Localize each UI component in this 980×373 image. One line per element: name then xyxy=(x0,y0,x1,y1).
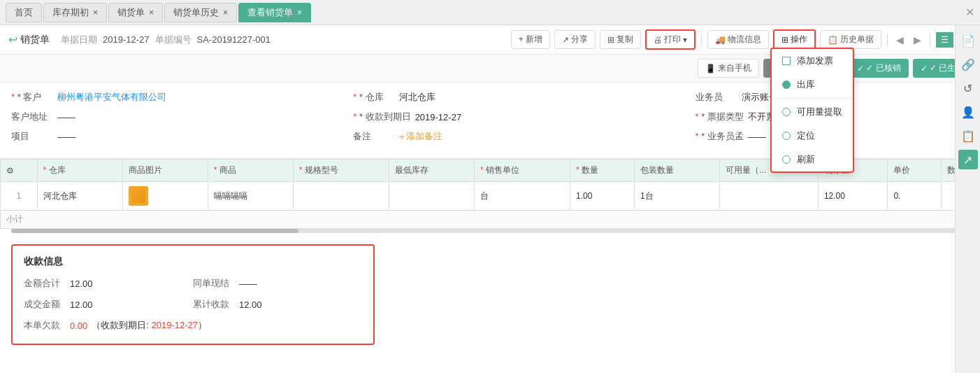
dropdown-locate[interactable]: 定位 xyxy=(772,124,853,148)
th-pack-qty: 包装数量 xyxy=(635,160,720,182)
warehouse-field: * 仓库 河北仓库 xyxy=(353,91,695,104)
tab-sales-order[interactable]: 销货单 × xyxy=(108,3,163,22)
separator-2 xyxy=(887,33,888,47)
summary-title: 收款信息 xyxy=(24,255,362,268)
row-product: 嗝嗝嗝嗝 xyxy=(208,182,293,211)
scrollbar-thumb[interactable] xyxy=(11,229,298,233)
tab-inventory-init-close[interactable]: × xyxy=(93,8,98,17)
print-dropdown-arrow: ▾ xyxy=(683,35,687,45)
th-image: 商品图片 xyxy=(122,160,208,182)
sidebar-link-icon[interactable]: 🔗 xyxy=(958,55,978,74)
sidebar-refresh-icon[interactable]: ↺ xyxy=(958,78,978,98)
row-warehouse: 河北仓库 xyxy=(37,182,122,211)
locate-icon xyxy=(781,131,791,141)
tab-home[interactable]: 首页 xyxy=(6,3,42,22)
history-button[interactable]: 📋 历史单据 xyxy=(820,30,881,49)
salesperson2-label: * 业务员孟 xyxy=(696,130,744,143)
doc-actions: + 新增 ↗ 分享 ⊞ 复制 🖨 打印 ▾ 🚚 物流信息 ⊞ 操作 xyxy=(511,29,972,50)
effect-icon: ✓ xyxy=(921,64,928,73)
separator-1 xyxy=(701,33,702,47)
row-num: 1 xyxy=(1,182,38,211)
row-min-stock xyxy=(389,182,474,211)
row-image xyxy=(122,182,208,211)
customer-value[interactable]: 柳州粤港平安气体有限公司 xyxy=(57,91,166,104)
logistics-icon: 🚚 xyxy=(715,35,726,45)
tab-sales-history[interactable]: 销货单历史 × xyxy=(164,3,237,22)
th-price: 单价 xyxy=(888,160,942,182)
doc-number-value: SA-20191227-001 xyxy=(197,34,271,45)
sidebar-list-icon[interactable]: 📋 xyxy=(958,126,978,146)
cancel-operations-btn[interactable]: ✓ ✓ 已核销 xyxy=(849,59,908,78)
add-note-btn[interactable]: 添加备注 xyxy=(399,130,442,143)
customer-label: * 客户 xyxy=(11,91,53,104)
tab-bar: 首页 库存期初 × 销货单 × 销货单历史 × 查看销货单 × ✕ xyxy=(0,0,980,25)
doc-date-label: 单据日期 xyxy=(61,34,97,46)
doc-number-label: 单据编号 xyxy=(155,34,192,46)
row-unit: 台 xyxy=(474,182,570,211)
sidebar-user-icon[interactable]: 👤 xyxy=(958,102,978,122)
tab-sales-order-close[interactable]: × xyxy=(149,8,154,17)
warehouse-value: 河北仓库 xyxy=(399,91,435,104)
tab-inventory-init[interactable]: 库存期初 × xyxy=(43,3,107,22)
project-label: 项目 xyxy=(11,130,53,143)
sidebar-doc-icon[interactable]: 📄 xyxy=(958,31,978,50)
copy-button[interactable]: ⊞ 复制 xyxy=(600,30,641,49)
doc-title: ↩ 销货单 xyxy=(8,33,50,46)
window-close-btn[interactable]: ✕ xyxy=(965,6,974,19)
tab-view-sales[interactable]: 查看销货单 × xyxy=(238,3,311,22)
transaction-label: 成交金额 xyxy=(24,298,66,311)
doc-title-icon: ↩ xyxy=(8,33,17,46)
dropdown-add-invoice[interactable]: 添加发票 xyxy=(772,49,853,73)
doc-meta: 单据日期 2019-12-27 单据编号 SA-20191227-001 xyxy=(61,34,271,46)
row-price: 0. xyxy=(888,182,942,211)
summary-cumulative-payment: 累计收款 12.00 xyxy=(193,296,362,313)
due-date-link[interactable]: 2019-12-27 xyxy=(152,320,199,330)
add-invoice-icon xyxy=(781,56,791,66)
th-settings[interactable]: ⚙ xyxy=(1,160,38,182)
total-amount-value: 12.00 xyxy=(70,279,93,289)
summary-transaction-amount: 成交金额 12.00 xyxy=(24,296,193,313)
refresh-icon xyxy=(781,155,791,164)
logistics-button[interactable]: 🚚 物流信息 xyxy=(707,30,769,49)
th-min-stock: 最低库存 xyxy=(389,160,474,182)
settlement-label: 同单现结 xyxy=(193,277,235,290)
th-qty: * 数量 xyxy=(570,160,634,182)
operations-icon: ⊞ xyxy=(781,35,788,45)
doc-date-value: 2019-12-27 xyxy=(103,34,150,45)
next-record-btn[interactable]: ▶ xyxy=(911,33,924,47)
ticket-type-label: * 票据类型 xyxy=(696,111,744,123)
settlement-value: —— xyxy=(239,279,257,289)
salesperson-label: 业务员 xyxy=(696,91,737,104)
th-spec: * 规格型号 xyxy=(293,160,389,182)
from-mobile-btn[interactable]: 📱 来自手机 xyxy=(698,59,759,78)
share-button[interactable]: ↗ 分享 xyxy=(554,30,596,49)
note-label: 备注 xyxy=(353,130,395,143)
summary-same-order-settlement: 同单现结 —— xyxy=(193,275,362,292)
project-field: 项目 —— xyxy=(11,130,353,143)
th-warehouse: * 仓库 xyxy=(37,160,122,182)
tab-sales-history-close[interactable]: × xyxy=(223,8,228,17)
row-qty: 1.00 xyxy=(570,182,634,211)
dropdown-outbound[interactable]: 出库 xyxy=(772,73,853,97)
outstanding-value: 0.00 xyxy=(70,321,87,331)
warehouse-label: * 仓库 xyxy=(353,91,395,104)
address-label: 客户地址 xyxy=(11,111,53,123)
new-button[interactable]: + 新增 xyxy=(511,30,550,49)
dropdown-refresh[interactable]: 刷新 xyxy=(772,148,853,171)
right-sidebar: 📄 🔗 ↺ 👤 📋 ↗ xyxy=(955,25,980,373)
tab-view-sales-close[interactable]: × xyxy=(297,8,302,17)
row-spec xyxy=(293,182,389,211)
dropdown-available-qty[interactable]: 可用量提取 xyxy=(772,100,853,124)
horizontal-scrollbar[interactable] xyxy=(11,229,969,233)
operations-button[interactable]: ⊞ 操作 xyxy=(773,29,816,50)
row-pack-qty: 1台 xyxy=(635,182,720,211)
sidebar-expand-icon[interactable]: ↗ xyxy=(958,150,978,169)
mobile-icon: 📱 xyxy=(705,64,716,73)
outbound-icon xyxy=(781,80,791,90)
operations-dropdown: 添加发票 出库 可用量提取 定位 刷新 xyxy=(770,48,854,173)
customer-field: * 客户 柳州粤港平安气体有限公司 xyxy=(11,91,353,104)
prev-record-btn[interactable]: ◀ xyxy=(893,33,907,47)
share-icon: ↗ xyxy=(562,35,569,45)
print-button[interactable]: 🖨 打印 ▾ xyxy=(645,29,696,50)
list-view-btn[interactable]: ☰ xyxy=(936,32,953,48)
